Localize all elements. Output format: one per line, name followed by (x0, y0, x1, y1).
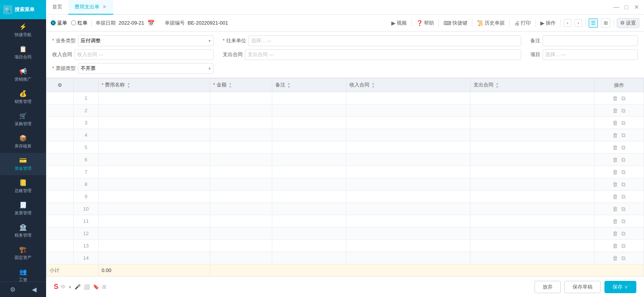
income-contract-ellipsis-btn[interactable]: ··· (99, 51, 103, 58)
row-amount-cell[interactable] (210, 92, 272, 105)
income-contract-sort-icon[interactable]: ▲▼ (372, 82, 375, 89)
row-amount-cell[interactable] (210, 252, 272, 264)
tab-home[interactable]: 首页 (46, 0, 68, 15)
table-col-remark[interactable]: 备注 ▲▼ (272, 78, 346, 92)
window-minimize-btn[interactable]: — (612, 3, 621, 12)
table-col-income-contract[interactable]: 收入合同 ▲▼ (346, 78, 470, 92)
operation-btn[interactable]: ▶ 操作 (539, 19, 557, 27)
remark-sort-icon[interactable]: ▲▼ (287, 82, 290, 89)
delete-row-icon[interactable]: 🗑 (613, 181, 618, 187)
delete-row-icon[interactable]: 🗑 (613, 95, 618, 101)
print-btn[interactable]: 🖨 打印 (513, 19, 532, 27)
row-expense-contract-cell[interactable] (470, 252, 594, 264)
copy-row-icon[interactable]: ⧉ (621, 255, 626, 261)
row-expense-contract-cell[interactable] (470, 215, 594, 227)
calendar-icon[interactable]: 📅 (147, 20, 155, 27)
sidebar-item-inventory-check[interactable]: 📦 库存核算 (0, 131, 46, 153)
row-expense-name-cell[interactable] (98, 117, 210, 129)
row-expense-contract-cell[interactable] (470, 240, 594, 252)
row-remark-cell[interactable] (272, 227, 346, 240)
copy-row-icon[interactable]: ⧉ (621, 156, 626, 163)
row-remark-cell[interactable] (272, 215, 346, 227)
row-income-contract-cell[interactable] (346, 166, 470, 178)
nav-next-btn[interactable]: › (574, 19, 582, 27)
window-close-btn[interactable]: ✕ (632, 3, 641, 12)
row-expense-contract-cell[interactable] (470, 141, 594, 154)
income-contract-input[interactable]: 收入合同 ··· (74, 49, 214, 60)
row-income-contract-cell[interactable] (346, 129, 470, 141)
remark-input[interactable] (543, 35, 638, 46)
row-remark-cell[interactable] (272, 141, 346, 154)
row-expense-contract-cell[interactable] (470, 92, 594, 105)
delete-row-icon[interactable]: 🗑 (613, 193, 618, 200)
row-remark-cell[interactable] (272, 154, 346, 166)
row-expense-name-cell[interactable] (98, 215, 210, 227)
tab-expense-sheet[interactable]: 费用支出单 ✕ (68, 0, 113, 15)
row-income-contract-cell[interactable] (346, 117, 470, 129)
row-expense-name-cell[interactable] (98, 105, 210, 117)
invoice-type-dropdown-icon[interactable]: ▾ (209, 66, 211, 71)
row-amount-cell[interactable] (210, 166, 272, 178)
copy-row-icon[interactable]: ⧉ (621, 230, 626, 237)
amount-sort-icon[interactable]: ▲▼ (228, 82, 232, 89)
row-amount-cell[interactable] (210, 178, 272, 191)
row-amount-cell[interactable] (210, 105, 272, 117)
copy-row-icon[interactable]: ⧉ (621, 193, 626, 200)
invoice-type-input[interactable]: 不开票 ▾ (78, 63, 214, 74)
row-remark-cell[interactable] (272, 178, 346, 191)
row-income-contract-cell[interactable] (346, 203, 470, 215)
row-remark-cell[interactable] (272, 191, 346, 203)
row-expense-contract-cell[interactable] (470, 105, 594, 117)
history-btn[interactable]: 📜 历史单据 (475, 19, 506, 27)
row-income-contract-cell[interactable] (346, 191, 470, 203)
row-expense-name-cell[interactable] (98, 129, 210, 141)
brand-icon-mic[interactable]: 🎤 (74, 284, 81, 290)
row-remark-cell[interactable] (272, 129, 346, 141)
row-expense-contract-cell[interactable] (470, 191, 594, 203)
view-list-btn[interactable]: ☰ (589, 18, 598, 28)
delete-row-icon[interactable]: 🗑 (613, 169, 618, 175)
blue-bill-radio[interactable] (51, 20, 56, 25)
row-expense-contract-cell[interactable] (470, 178, 594, 191)
row-income-contract-cell[interactable] (346, 240, 470, 252)
delete-row-icon[interactable]: 🗑 (613, 255, 618, 261)
delete-row-icon[interactable]: 🗑 (613, 206, 618, 212)
row-expense-name-cell[interactable] (98, 227, 210, 240)
copy-row-icon[interactable]: ⧉ (621, 206, 626, 212)
sidebar-settings-icon[interactable]: ⚙ (10, 286, 15, 293)
sidebar-volume-icon[interactable]: ◀ (32, 286, 36, 293)
row-income-contract-cell[interactable] (346, 141, 470, 154)
row-expense-contract-cell[interactable] (470, 227, 594, 240)
tab-expense-sheet-close[interactable]: ✕ (102, 4, 107, 10)
sidebar-item-fixed-assets[interactable]: 🏗️ 固定资产 (0, 242, 46, 264)
expense-contract-input[interactable]: 支出合同 ··· (245, 49, 521, 60)
table-col-settings[interactable]: ⚙ (46, 78, 74, 92)
row-income-contract-cell[interactable] (346, 178, 470, 191)
row-expense-name-cell[interactable] (98, 141, 210, 154)
help-btn[interactable]: ❓ 帮助 (415, 19, 435, 27)
row-amount-cell[interactable] (210, 240, 272, 252)
view-grid-btn[interactable]: ⊞ (601, 18, 610, 28)
business-type-input[interactable]: 应付调整 ▾ (78, 35, 214, 46)
sidebar-item-quick-nav[interactable]: ⚡ 快捷导航 (0, 19, 46, 41)
row-expense-name-cell[interactable] (98, 166, 210, 178)
delete-row-icon[interactable]: 🗑 (613, 132, 618, 138)
row-expense-name-cell[interactable] (98, 178, 210, 191)
row-expense-name-cell[interactable] (98, 191, 210, 203)
row-remark-cell[interactable] (272, 92, 346, 105)
copy-row-icon[interactable]: ⧉ (621, 144, 626, 151)
row-amount-cell[interactable] (210, 227, 272, 240)
row-amount-cell[interactable] (210, 191, 272, 203)
settings-btn[interactable]: ⚙ 设置 (617, 18, 639, 28)
row-expense-name-cell[interactable] (98, 240, 210, 252)
row-expense-contract-cell[interactable] (470, 129, 594, 141)
row-expense-contract-cell[interactable] (470, 154, 594, 166)
row-remark-cell[interactable] (272, 203, 346, 215)
table-col-expense-name[interactable]: * 费用名称 ▲▼ (98, 78, 210, 92)
row-remark-cell[interactable] (272, 252, 346, 264)
sidebar-item-marketing[interactable]: 📢 营销推广 (0, 64, 46, 86)
copy-row-icon[interactable]: ⧉ (621, 95, 626, 101)
copy-row-icon[interactable]: ⧉ (621, 132, 626, 138)
row-income-contract-cell[interactable] (346, 252, 470, 264)
row-remark-cell[interactable] (272, 240, 346, 252)
